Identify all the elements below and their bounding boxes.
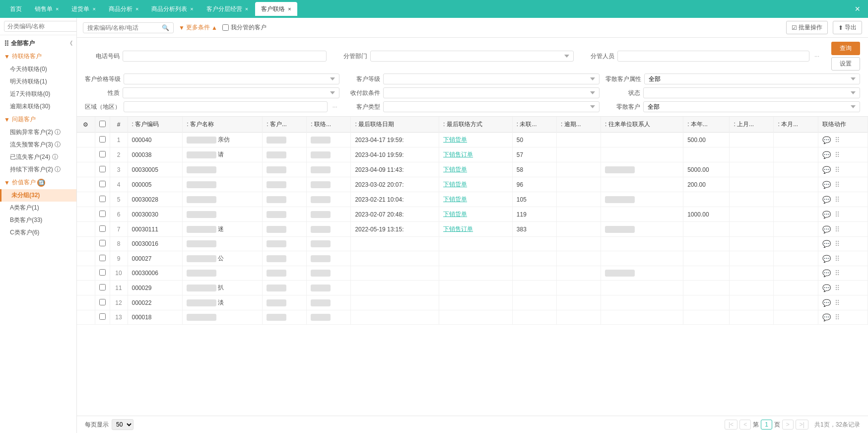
close-product-analysis-list-tab[interactable]: × — [190, 6, 193, 12]
chat-icon[interactable]: 💬 — [822, 299, 831, 307]
prev-page-button[interactable]: < — [739, 420, 751, 430]
close-customer-segment-tab[interactable]: × — [245, 6, 248, 12]
row-checkbox[interactable] — [99, 211, 106, 217]
nav-tab-home[interactable]: 首页 — [4, 2, 28, 16]
more-icon[interactable]: ⠿ — [835, 151, 840, 159]
partner-col-header[interactable]: : 往来单位联系人 — [601, 117, 683, 133]
contact-method-link[interactable]: 下销售订单 — [443, 151, 473, 158]
nav-tab-product-analysis-list[interactable]: 商品分析列表 × — [145, 2, 199, 16]
more-icon[interactable]: ⠿ — [835, 136, 840, 144]
payment-select[interactable] — [383, 87, 600, 98]
nav-tab-customer-segment[interactable]: 客户分层经营 × — [200, 2, 254, 16]
row-checkbox[interactable] — [99, 196, 106, 202]
nav-tab-sales[interactable]: 销售单 × — [29, 2, 65, 16]
checkbox-cell[interactable] — [95, 162, 110, 177]
collapse-icon[interactable]: 《 — [67, 40, 72, 47]
this-year-col-header[interactable]: : 本年... — [683, 117, 730, 133]
row-checkbox[interactable] — [99, 151, 106, 157]
checkbox-cell[interactable] — [95, 147, 110, 162]
contact-method-link[interactable]: 下销货单 — [443, 166, 467, 173]
sidebar-item-class-a[interactable]: A类客户(1) — [0, 202, 76, 214]
close-customer-contact-tab[interactable]: × — [288, 6, 291, 12]
nav-tab-customer-contact[interactable]: 客户联络 × — [255, 2, 297, 16]
contact-method-link[interactable]: 下销货单 — [443, 136, 467, 143]
more-icon[interactable]: ⠿ — [835, 269, 840, 277]
retail-attr-select[interactable]: 全部 — [644, 73, 860, 84]
type-col-header[interactable]: : 客户... — [263, 117, 307, 133]
row-checkbox[interactable] — [99, 255, 106, 261]
close-product-analysis-tab[interactable]: × — [135, 6, 138, 12]
no-contact-col-header[interactable]: : 未联... — [512, 117, 556, 133]
contact-method-link[interactable]: 下销货单 — [443, 196, 467, 203]
checkbox-cell[interactable] — [95, 192, 110, 207]
checkbox-cell[interactable] — [95, 222, 110, 237]
last-date-col-header[interactable]: : 最后联络日期 — [351, 117, 439, 133]
nav-tab-product-analysis[interactable]: 商品分析 × — [103, 2, 144, 16]
region-input[interactable] — [124, 101, 328, 112]
chat-icon[interactable]: 💬 — [822, 151, 831, 159]
chat-icon[interactable]: 💬 — [822, 211, 831, 218]
chat-icon[interactable]: 💬 — [822, 225, 831, 233]
sidebar-item-churn-warning[interactable]: 流失预警客户(3) ⓘ — [0, 139, 76, 151]
overdue-col-header[interactable]: : 逾期... — [556, 117, 601, 133]
close-sales-tab[interactable]: × — [56, 6, 59, 12]
customer-type-select[interactable] — [383, 101, 600, 112]
nav-tab-purchase[interactable]: 进货单 × — [66, 2, 101, 16]
last-month-col-header[interactable]: : 上月... — [730, 117, 774, 133]
row-checkbox[interactable] — [99, 166, 106, 172]
select-all-checkbox[interactable] — [99, 121, 106, 127]
dept-select[interactable] — [370, 51, 574, 62]
phone-input[interactable] — [123, 51, 327, 62]
nature-select[interactable] — [123, 87, 339, 98]
my-customers-checkbox[interactable] — [222, 24, 229, 31]
more-icon[interactable]: ⠿ — [835, 284, 840, 292]
more-icon[interactable]: ⠿ — [835, 196, 840, 204]
settings-icon[interactable]: ⚙ — [83, 121, 88, 128]
checkbox-cell[interactable] — [95, 237, 110, 251]
sidebar-all-customers[interactable]: ⠿ 全部客户 《 — [0, 35, 76, 50]
close-purchase-tab[interactable]: × — [92, 6, 95, 12]
checkbox-cell[interactable] — [95, 295, 110, 310]
sidebar-item-class-b[interactable]: B类客户(33) — [0, 214, 76, 226]
checkbox-col-header[interactable] — [95, 117, 110, 133]
sidebar-group-pending[interactable]: ▼ 待联络客户 — [0, 50, 76, 63]
sidebar-item-tomorrow-pending[interactable]: 明天待联络(1) — [0, 75, 76, 88]
customer-level-select[interactable] — [383, 73, 600, 84]
name-col-header[interactable]: : 客户名称 — [183, 117, 263, 133]
chat-icon[interactable]: 💬 — [822, 240, 831, 248]
chat-icon[interactable]: 💬 — [822, 313, 831, 321]
row-checkbox[interactable] — [99, 136, 106, 143]
filter-search-icon[interactable]: 🔍 — [162, 24, 169, 31]
status-select[interactable] — [643, 87, 860, 98]
more-icon[interactable]: ⠿ — [835, 225, 840, 233]
row-checkbox[interactable] — [99, 269, 106, 276]
last-method-col-header[interactable]: : 最后联络方式 — [439, 117, 513, 133]
chat-icon[interactable]: 💬 — [822, 284, 831, 292]
batch-operations-button[interactable]: ☑ 批量操作 — [786, 21, 828, 34]
chat-icon[interactable]: 💬 — [822, 136, 831, 144]
more-icon[interactable]: ⠿ — [835, 181, 840, 189]
chat-icon[interactable]: 💬 — [822, 255, 831, 263]
row-checkbox[interactable] — [99, 240, 106, 246]
contact-method-link[interactable]: 下销货单 — [443, 211, 467, 217]
price-level-select[interactable] — [124, 73, 339, 84]
more-icon[interactable]: ⠿ — [835, 211, 840, 218]
row-checkbox[interactable] — [99, 299, 106, 305]
sidebar-item-declining[interactable]: 持续下滑客户(2) ⓘ — [0, 163, 76, 176]
staff-more-icon[interactable]: ··· — [812, 53, 821, 60]
sidebar-search-input[interactable] — [4, 21, 77, 32]
filter-more-conditions[interactable]: ▼ 更多条件 ▲ — [179, 23, 217, 32]
chat-icon[interactable]: 💬 — [822, 269, 831, 277]
sidebar-item-churned[interactable]: 已流失客户(24) ⓘ — [0, 151, 76, 163]
more-icon[interactable]: ⠿ — [835, 313, 840, 321]
sidebar-group-problem[interactable]: ▼ 问题客户 — [0, 113, 76, 126]
row-checkbox[interactable] — [99, 284, 106, 290]
filter-search-input[interactable] — [87, 24, 162, 31]
row-checkbox[interactable] — [99, 313, 106, 320]
sidebar-item-overdue-pending[interactable]: 逾期未联络(30) — [0, 100, 76, 113]
settings-col-header[interactable]: ⚙ — [77, 117, 95, 133]
checkbox-cell[interactable] — [95, 133, 110, 147]
code-col-header[interactable]: : 客户编码 — [128, 117, 183, 133]
more-icon[interactable]: ⠿ — [835, 255, 840, 263]
last-page-button[interactable]: >| — [796, 420, 808, 430]
